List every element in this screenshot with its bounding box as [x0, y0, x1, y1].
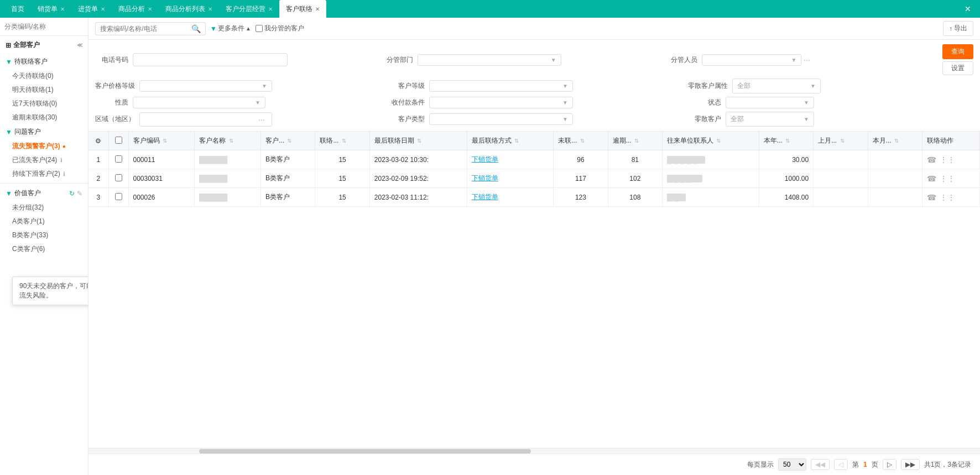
col-settings[interactable]: ⚙ [88, 132, 108, 150]
filter-region-select[interactable]: ··· [139, 112, 272, 127]
tab-customer-contact[interactable]: 客户联络 ✕ [279, 0, 326, 18]
refresh-icon[interactable]: ↻ [69, 190, 75, 197]
close-tab-purchase[interactable]: ✕ [101, 6, 105, 12]
sidebar-item-declining[interactable]: 持续下滑客户(2) ℹ [0, 167, 88, 181]
collapse-icon[interactable]: ≪ [77, 42, 82, 48]
prev-page-btn[interactable]: ◁ [834, 459, 848, 470]
action-more-icon-2[interactable]: ⋮⋮ [940, 193, 955, 202]
sort-overdue-icon[interactable]: ⇅ [634, 138, 639, 144]
per-page-select[interactable]: 50 100 200 [778, 458, 806, 471]
region-dots-icon[interactable]: ··· [256, 115, 267, 124]
action-more-icon-1[interactable]: ⋮⋮ [940, 174, 955, 183]
row-method-0[interactable]: 下销货单 [467, 150, 553, 169]
sort-lmonth-icon[interactable]: ⇅ [840, 138, 845, 144]
row-check-1[interactable] [115, 174, 122, 181]
sidebar-item-ungrouped[interactable]: 未分组(32) [0, 201, 88, 215]
tab-purchase[interactable]: 进货单 ✕ [71, 0, 112, 18]
my-customers-check[interactable] [256, 25, 263, 32]
filter-status-select[interactable]: ▼ [726, 97, 814, 108]
sidebar-item-class-a[interactable]: A类客户(1) [0, 215, 88, 228]
sidebar-item-7days[interactable]: 近7天待联络(0) [0, 97, 88, 111]
tab-product-analysis-list[interactable]: 商品分析列表 ✕ [159, 0, 219, 18]
last-page-btn[interactable]: ▶▶ [901, 459, 920, 470]
sidebar-item-today[interactable]: 今天待联络(0) [0, 69, 88, 83]
group-pending-contact[interactable]: ▼ 待联络客户 [0, 54, 88, 69]
sidebar-item-churn-warning[interactable]: 流失预警客户(3) ● [0, 139, 88, 153]
first-page-btn[interactable]: ◀◀ [811, 459, 830, 470]
filter-level-select[interactable]: ▼ [429, 80, 573, 92]
filter-dept-label: 分管部门 [380, 55, 413, 65]
sort-method-icon[interactable]: ⇅ [514, 138, 519, 144]
sort-month-icon[interactable]: ⇅ [894, 138, 899, 144]
action-contact-icon-2[interactable]: ☎ [927, 193, 936, 202]
sidebar-item-overdue[interactable]: 逾期未联络(30) [0, 111, 88, 124]
close-tab-customer-contact[interactable]: ✕ [315, 6, 320, 12]
edit-icon[interactable]: ✎ [77, 190, 82, 197]
filter-payment-select[interactable]: ▼ [429, 97, 573, 108]
row-checkbox-0[interactable] [108, 150, 128, 169]
sidebar-item-tomorrow[interactable]: 明天待联络(1) [0, 83, 88, 97]
filter-zero-attr-select[interactable]: 全部 ▼ [732, 79, 821, 93]
action-contact-icon-1[interactable]: ☎ [927, 174, 936, 183]
filter-cell-zero-cust: 零散客户 全部 ▼ [688, 112, 973, 127]
window-close-icon[interactable]: ✕ [960, 4, 976, 13]
setting-button[interactable]: 设置 [942, 61, 973, 75]
sort-type-icon[interactable]: ⇅ [287, 138, 291, 144]
sidebar-search-input[interactable] [4, 23, 87, 30]
group-value-customers[interactable]: ▼ 价值客户 ↻ ✎ [0, 186, 88, 201]
method-link-0[interactable]: 下销货单 [472, 155, 498, 163]
close-tab-sales[interactable]: ✕ [60, 6, 65, 12]
close-tab-customer-layers[interactable]: ✕ [268, 6, 273, 12]
close-tab-product-list[interactable]: ✕ [208, 6, 212, 12]
filter-zero-cust-select[interactable]: 全部 ▼ [726, 112, 814, 127]
filter-gender-select[interactable]: ▼ [133, 97, 265, 108]
filter-cust-type-select[interactable]: ▼ [429, 113, 573, 125]
select-all-checkbox[interactable] [115, 137, 122, 144]
horizontal-scrollbar[interactable] [88, 448, 980, 453]
next-page-btn[interactable]: ▷ [883, 459, 896, 470]
action-contact-icon-0[interactable]: ☎ [927, 155, 936, 164]
tab-home[interactable]: 首页 [4, 0, 31, 18]
group-problem-customers[interactable]: ▼ 问题客户 [0, 124, 88, 139]
my-customers-checkbox[interactable]: 我分管的客户 [256, 24, 304, 33]
sort-year-icon[interactable]: ⇅ [785, 138, 790, 144]
sidebar-item-class-c[interactable]: C类客户(6) [0, 242, 88, 256]
sort-code-icon[interactable]: ⇅ [163, 138, 167, 144]
row-check-0[interactable] [115, 155, 122, 163]
toolbar-search-input[interactable] [100, 25, 191, 33]
row-contact-2: 15 [315, 188, 369, 207]
row-checkbox-1[interactable] [108, 169, 128, 188]
export-button[interactable]: ↑ 导出 [943, 21, 973, 36]
filter-dept-select[interactable]: ▼ [418, 54, 561, 66]
toolbar-search-icon[interactable]: 🔍 [191, 24, 201, 33]
row-method-1[interactable]: 下销货单 [467, 169, 553, 188]
sort-contact-icon[interactable]: ⇅ [342, 138, 346, 144]
tab-customer-layers[interactable]: 客户分层经营 ✕ [219, 0, 279, 18]
tab-product-analysis[interactable]: 商品分析 ✕ [112, 0, 159, 18]
close-tab-product-analysis[interactable]: ✕ [148, 6, 152, 12]
manager-dots-icon[interactable]: ··· [801, 55, 812, 64]
query-button[interactable]: 查询 [942, 44, 973, 59]
filter-more-btn[interactable]: ▼ 更多条件 ▲ [210, 24, 251, 33]
tab-sales[interactable]: 销货单 ✕ [31, 0, 71, 18]
method-link-2[interactable]: 下销货单 [472, 193, 498, 201]
action-more-icon-0[interactable]: ⋮⋮ [940, 155, 955, 164]
row-method-2[interactable]: 下销货单 [467, 188, 553, 207]
row-unlink-2: 123 [554, 188, 608, 207]
row-checkbox-2[interactable] [108, 188, 128, 207]
sort-unlink-icon[interactable]: ⇅ [580, 138, 585, 144]
sort-contact-person-icon[interactable]: ⇅ [716, 138, 721, 144]
method-link-1[interactable]: 下销货单 [472, 174, 498, 182]
filter-manager-select[interactable]: ▼ [702, 54, 801, 66]
filter-price-level-select[interactable]: ▼ [139, 80, 272, 92]
row-check-2[interactable] [115, 193, 122, 200]
filter-level-label: 客户等级 [392, 81, 425, 91]
sort-date-icon[interactable]: ⇅ [417, 138, 421, 144]
sidebar-item-churned[interactable]: 已流失客户(24) ℹ [0, 153, 88, 167]
filter-phone-input[interactable] [133, 53, 288, 66]
sidebar-item-class-b[interactable]: B类客户(33) [0, 228, 88, 242]
scrollbar-thumb[interactable] [199, 449, 531, 453]
sort-name-icon[interactable]: ⇅ [229, 138, 233, 144]
col-checkbox[interactable] [108, 132, 128, 150]
sidebar-root[interactable]: ⊞ 全部客户 ≪ [0, 36, 88, 54]
